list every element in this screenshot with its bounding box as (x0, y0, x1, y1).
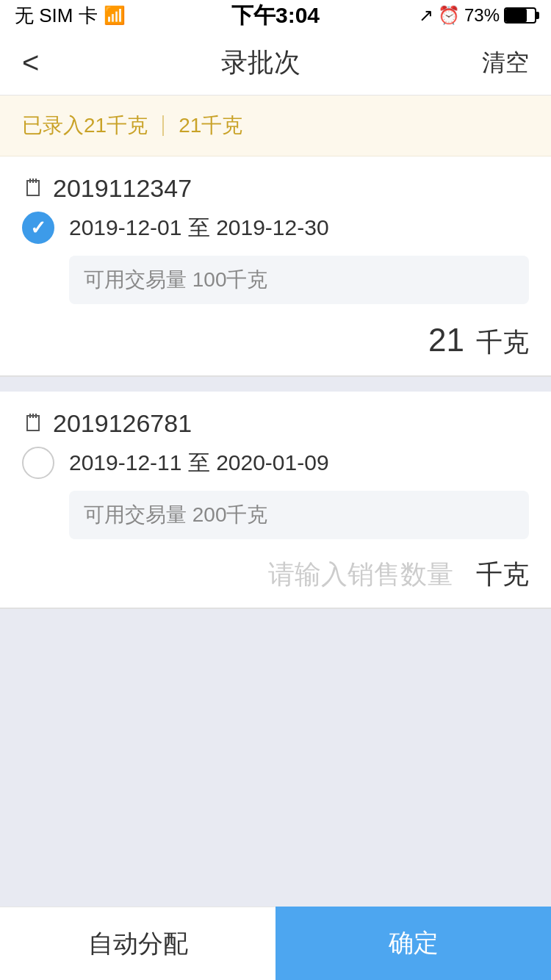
summary-recorded-label: 已录入21千克 (22, 112, 148, 140)
batch1-id: 2019112347 (53, 174, 192, 203)
status-bar: 无 SIM 卡 📶 下午3:04 ↗ ⏰ 73% (0, 0, 551, 31)
batch-item-1: 🗒 2019112347 2019-12-01 至 2019-12-30 可用交… (0, 156, 551, 304)
batch1-header: 🗒 2019112347 (22, 174, 529, 203)
batch-item-2: 🗒 2019126781 2019-12-11 至 2020-01-09 可用交… (0, 392, 551, 539)
auto-distribute-button[interactable]: 自动分配 (0, 907, 276, 980)
summary-total-value: 21千克 (179, 112, 242, 140)
status-time: 下午3:04 (231, 1, 320, 31)
batch2-date: 2019-12-11 至 2020-01-09 (69, 448, 329, 478)
no-sim-text: 无 SIM 卡 (15, 3, 98, 29)
batch2-header: 🗒 2019126781 (22, 409, 529, 438)
batch2-row[interactable]: 2019-12-11 至 2020-01-09 (22, 447, 529, 479)
section-separator (0, 377, 551, 392)
empty-area (0, 609, 551, 947)
batch2-id: 2019126781 (53, 409, 192, 438)
status-left: 无 SIM 卡 📶 (15, 3, 126, 29)
batch1-available: 可用交易量 100千克 (69, 256, 529, 304)
batch2-radio[interactable] (22, 447, 54, 479)
summary-bar: 已录入21千克 21千克 (0, 96, 551, 156)
battery-percent: 73% (464, 5, 500, 26)
confirm-button[interactable]: 确定 (276, 907, 551, 980)
battery-icon (504, 7, 536, 24)
batch1-quantity-row: 21 千克 (0, 304, 551, 377)
wifi-icon: 📶 (104, 5, 126, 26)
batch2-available: 可用交易量 200千克 (69, 491, 529, 539)
batch2-icon: 🗒 (22, 410, 46, 437)
alarm-icon: ⏰ (438, 5, 460, 26)
batch1-radio[interactable] (22, 212, 54, 244)
batch1-quantity-value: 21 (428, 322, 464, 359)
batch2-unit: 千克 (476, 557, 529, 593)
page-title: 录批次 (221, 45, 300, 81)
location-icon: ↗ (419, 5, 433, 26)
batch1-row[interactable]: 2019-12-01 至 2019-12-30 (22, 212, 529, 244)
nav-bar: < 录批次 清空 (0, 31, 551, 96)
batch1-date: 2019-12-01 至 2019-12-30 (69, 213, 329, 243)
batch2-quantity-input[interactable] (244, 559, 464, 590)
status-right: ↗ ⏰ 73% (419, 5, 536, 26)
bottom-bar: 自动分配 确定 (0, 907, 551, 980)
back-button[interactable]: < (22, 46, 39, 79)
batch2-input-row[interactable]: 千克 (0, 539, 551, 609)
clear-button[interactable]: 清空 (482, 47, 529, 79)
batch1-quantity-unit: 千克 (476, 325, 529, 361)
summary-divider (162, 115, 164, 136)
batch1-icon: 🗒 (22, 175, 46, 202)
